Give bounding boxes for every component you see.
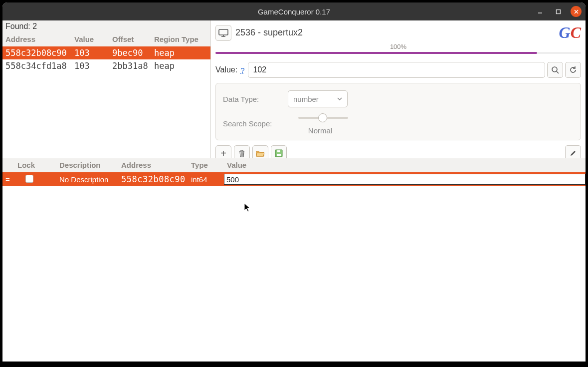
col-region[interactable]: Region Type <box>152 34 210 44</box>
svg-point-7 <box>552 67 557 72</box>
search-panel: 2536 - supertux2 GC 100% Value: ? <box>211 20 586 158</box>
result-row[interactable]: 558c34cfd1a8 103 2bb31a8 heap <box>2 59 210 72</box>
top-pane: Found: 2 Address Value Offset Region Typ… <box>2 20 586 158</box>
app-logo: GC <box>559 23 581 42</box>
search-scope-control: Normal <box>288 112 353 135</box>
cell-value: 103 <box>72 47 110 59</box>
col-address[interactable]: Address <box>118 160 188 170</box>
search-icon <box>551 66 559 74</box>
empty-area <box>2 186 586 362</box>
maximize-button[interactable] <box>553 6 564 17</box>
refresh-button[interactable] <box>565 62 581 78</box>
cell-region: heap <box>152 47 210 59</box>
logo-g: G <box>559 23 571 41</box>
cheat-header: Lock Description Address Type Value <box>2 158 586 172</box>
found-count: Found: 2 <box>2 20 210 32</box>
process-label: 2536 - supertux2 <box>235 27 303 38</box>
chevron-down-icon <box>337 97 342 100</box>
cell-offset: 9bec90 <box>110 47 152 59</box>
col-offset[interactable]: Offset <box>110 34 152 44</box>
col-type[interactable]: Type <box>188 160 224 170</box>
results-header: Address Value Offset Region Type <box>2 32 210 46</box>
col-value[interactable]: Value <box>72 34 110 44</box>
folder-open-icon <box>256 150 265 157</box>
cheat-row[interactable]: = No Description 558c32b08c90 int64 <box>2 172 586 186</box>
trash-icon <box>238 149 245 157</box>
titlebar: GameConqueror 0.17 <box>2 2 586 20</box>
cell-region: heap <box>152 60 210 72</box>
search-button[interactable] <box>547 62 563 78</box>
col-description[interactable]: Description <box>56 160 118 170</box>
save-icon <box>275 149 283 157</box>
value-input[interactable] <box>248 62 545 78</box>
cell-offset: 2bb31a8 <box>110 60 152 72</box>
cell-lock[interactable] <box>14 174 56 185</box>
svg-rect-4 <box>219 29 228 35</box>
cell-address: 558c32b08c90 <box>2 47 72 59</box>
search-scope-slider[interactable] <box>298 112 348 127</box>
minimize-button[interactable] <box>535 6 546 17</box>
pencil-icon <box>570 150 577 157</box>
value-edit-input[interactable] <box>224 174 586 185</box>
options-panel: Data Type: number Search Scope: Normal <box>215 83 581 140</box>
monitor-icon <box>218 29 228 37</box>
app-window: GameConqueror 0.17 Found: 2 Address Valu… <box>2 2 586 362</box>
lock-checkbox[interactable] <box>25 175 33 183</box>
value-label: Value: <box>215 65 237 74</box>
progress-percent: 100% <box>215 43 581 50</box>
data-type-label: Data Type: <box>223 95 288 103</box>
result-row[interactable]: 558c32b08c90 103 9bec90 heap <box>2 46 210 59</box>
cell-value: 103 <box>72 60 110 72</box>
refresh-icon <box>569 66 577 74</box>
progress-bar: 100% <box>215 52 581 54</box>
col-address[interactable]: Address <box>2 34 72 44</box>
close-button[interactable] <box>571 6 582 17</box>
svg-rect-1 <box>556 9 560 13</box>
data-type-select[interactable]: number <box>288 90 348 107</box>
cell-value[interactable] <box>224 174 586 185</box>
cell-eq: = <box>2 174 14 185</box>
window-title: GameConqueror 0.17 <box>258 7 330 16</box>
search-scope-value: Normal <box>308 126 332 135</box>
cell-type: int64 <box>188 174 224 185</box>
value-row: Value: ? <box>215 62 581 78</box>
select-process-button[interactable] <box>215 25 231 41</box>
cell-address: 558c32b08c90 <box>118 173 188 185</box>
data-type-value: number <box>293 95 319 103</box>
cell-description: No Description <box>56 174 118 185</box>
col-lock[interactable]: Lock <box>14 160 56 170</box>
window-body: Found: 2 Address Value Offset Region Typ… <box>2 20 586 362</box>
col-value[interactable]: Value <box>224 160 586 170</box>
svg-line-8 <box>557 71 559 73</box>
svg-rect-12 <box>277 154 281 156</box>
results-panel: Found: 2 Address Value Offset Region Typ… <box>2 20 211 158</box>
search-scope-label: Search Scope: <box>223 119 288 128</box>
svg-rect-13 <box>277 150 280 152</box>
cell-address: 558c34cfd1a8 <box>2 60 72 72</box>
help-icon[interactable]: ? <box>239 66 245 74</box>
logo-c: C <box>571 23 581 41</box>
process-row: 2536 - supertux2 GC <box>215 23 581 42</box>
window-controls <box>535 2 582 20</box>
progress-fill <box>215 52 537 54</box>
